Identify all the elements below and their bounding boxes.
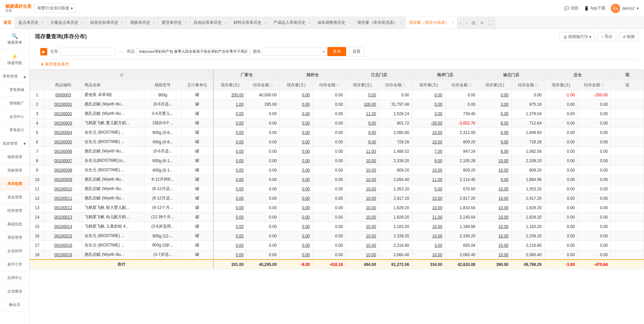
cell-seq: 5 xyxy=(30,128,45,137)
cell-code: 00100018 xyxy=(45,250,82,260)
tab-material-out[interactable]: 材料出库单历史 × xyxy=(230,17,270,29)
close-icon[interactable]: × xyxy=(264,21,266,25)
cell-fc-amt: 0.00 xyxy=(247,119,280,128)
refresh-button[interactable]: ↺ 刷新 xyxy=(619,32,639,41)
tab-demand[interactable]: 要货单历史 × xyxy=(158,17,190,29)
sidebar-item-guide[interactable]: 新手引导 xyxy=(0,258,29,271)
tab-expand[interactable]: ⛶ xyxy=(486,17,495,29)
info-icon[interactable]: ⓘ xyxy=(270,83,273,87)
cell-jb-amt: 1,829.20 xyxy=(379,203,412,213)
sidebar-item-finance[interactable]: 资金管理 xyxy=(0,191,29,204)
cell-na-qty: 0.00 xyxy=(412,100,445,109)
print-button[interactable]: 🖨 按模版打印 ▾ xyxy=(559,32,595,41)
cell-seq: 7 xyxy=(30,147,45,156)
info-icon[interactable]: ⓘ xyxy=(468,83,472,87)
cell-fc-qty: 0.00 xyxy=(213,156,247,166)
close-icon[interactable]: × xyxy=(121,21,123,25)
cell-jb-qty: 0.00 xyxy=(346,90,379,100)
settings-icon[interactable]: ⚙ xyxy=(120,73,123,78)
th-spec: 规格型号 xyxy=(144,80,181,90)
close-icon[interactable]: × xyxy=(81,21,83,25)
sidebar-item-quick-nav[interactable]: ⚡ 快捷导航 xyxy=(0,49,29,70)
query-button[interactable]: 查询 xyxy=(327,47,346,56)
info-icon[interactable]: ⓘ xyxy=(535,83,538,87)
cell-yb-amt: 1,082.56 xyxy=(511,147,544,156)
info-icon[interactable]: ⓘ xyxy=(336,83,339,87)
tab-product-in[interactable]: 产成品入库单历史 × xyxy=(270,17,314,29)
sidebar-item-marketing[interactable]: 营销推广 xyxy=(0,97,29,110)
tab-nav-more[interactable]: ⊞ xyxy=(470,17,478,29)
cell-cur xyxy=(611,194,644,203)
cell-jb-amt: 2,094.40 xyxy=(379,175,412,184)
sidebar-item-ops[interactable]: 经营管理 xyxy=(0,204,29,218)
sidebar-item-appstore[interactable]: 应用中心 xyxy=(0,271,29,285)
close-icon[interactable]: × xyxy=(153,21,155,25)
app-download-button[interactable]: 📱 App下载 xyxy=(584,5,605,11)
tab-nav-right[interactable]: › xyxy=(464,17,470,29)
tab-stock-status[interactable]: 现存量（库存状况表） × xyxy=(354,17,406,29)
sidebar-item-enterprise[interactable]: 企业协同 xyxy=(0,244,29,258)
cell-unit: 罐 xyxy=(181,194,214,203)
tab-other-out[interactable]: 其他出库单历史 × xyxy=(190,17,230,29)
tab-cost-adjust[interactable]: 成本调整单历史 × xyxy=(314,17,354,29)
color-input[interactable] xyxy=(262,48,329,56)
tab-home[interactable]: 首页 xyxy=(0,17,15,29)
cell-yb-amt: 1,379.04 xyxy=(511,109,544,119)
tab-close-all[interactable]: ✕ xyxy=(478,17,486,29)
tab-stock-dist[interactable]: 现存量（库存分布表） × xyxy=(406,17,458,29)
close-icon[interactable]: × xyxy=(224,21,226,25)
info-icon[interactable]: ⓘ xyxy=(601,83,604,87)
cell-jb-amt: 2,216.80 xyxy=(379,241,412,250)
close-icon[interactable]: × xyxy=(41,21,43,25)
cell-na-qty: 10.00 xyxy=(412,128,445,137)
table-container[interactable]: ⚙ 厂家仓 陆村仓 江北门店 南岸门店 渝北门店 总仓 现 商品编码 商品名称 xyxy=(30,70,644,324)
sidebar-item-retail-stats[interactable]: 零售统计 xyxy=(0,124,29,137)
sidebar-item-basic[interactable]: 基础信息 xyxy=(0,218,29,231)
cell-code: 00100012 xyxy=(45,203,82,213)
cell-lc-amt: 0.00 xyxy=(313,166,346,175)
tab-combo[interactable]: 组装折卸单历史 × xyxy=(87,17,127,29)
tab-split-spot[interactable]: 分量盘点单历史 × xyxy=(47,17,87,29)
sidebar-item-ecommerce[interactable]: 电商管理 xyxy=(0,150,29,164)
tab-adjust[interactable]: 调拨单历史 × xyxy=(127,17,159,29)
cell-unit: 罐 xyxy=(181,119,214,128)
store-selector[interactable]: 母婴行业演示陈套 ▾ xyxy=(34,4,76,13)
collapse-arrow-button[interactable]: ▶ xyxy=(40,48,47,55)
expand-conditions-button[interactable]: ▼ 展开更多条件 xyxy=(40,61,633,67)
cell-seq: 2 xyxy=(30,100,45,109)
chevron-down-icon: ▾ xyxy=(589,35,591,39)
sidebar-item-weixin[interactable]: 企业微信 xyxy=(0,285,29,298)
cell-jb-amt: 809.20 xyxy=(379,166,412,175)
close-icon[interactable]: × xyxy=(452,21,454,25)
sidebar-item-search[interactable]: 🔍 搜索英单 xyxy=(0,29,29,49)
user-menu[interactable]: Ea demo2 ▾ xyxy=(611,4,639,13)
sidebar-item-system[interactable]: 系统管理 xyxy=(0,231,29,244)
tab-spot-history[interactable]: 盘点单历史 × xyxy=(15,17,47,29)
goods-input[interactable] xyxy=(136,48,250,55)
info-icon[interactable]: ⓘ xyxy=(402,83,406,87)
sidebar-item-retail-mall[interactable]: 零售商城 xyxy=(0,83,29,97)
cell-yb-qty: 8.00 xyxy=(478,119,512,128)
cell-jb-qty: 10.00 xyxy=(346,156,379,166)
warehouse-input[interactable] xyxy=(59,48,116,56)
sidebar-item-member[interactable]: 会员中心 xyxy=(0,110,29,124)
export-button[interactable]: ↑ 导出 xyxy=(598,32,616,41)
warehouse-dots-button[interactable]: ··· xyxy=(117,49,124,55)
cell-yb-amt: 728.28 xyxy=(511,137,544,147)
tab-nav-left[interactable]: ‹ xyxy=(458,17,464,29)
sidebar-item-purchase[interactable]: 采购管理 xyxy=(0,164,29,177)
close-icon[interactable]: × xyxy=(400,21,402,25)
cell-yb-qty: 10.00 xyxy=(478,166,512,175)
cell-na-qty: 10.00 xyxy=(412,231,445,241)
close-icon[interactable]: × xyxy=(348,21,350,25)
setting-button[interactable]: 设置 xyxy=(349,47,364,56)
message-button[interactable]: 💬 消息 xyxy=(564,5,579,11)
cell-fc-qty: 0.00 xyxy=(213,222,247,231)
sidebar-item-inventory[interactable]: 库存核算 xyxy=(0,177,29,191)
close-icon[interactable]: × xyxy=(184,21,186,25)
close-icon[interactable]: × xyxy=(308,21,310,25)
sidebar-item-vip[interactable]: 畅会员 xyxy=(0,298,29,312)
sidebar-item-retail[interactable]: 零售管理 ▲ xyxy=(0,70,29,83)
sidebar-item-wholesale[interactable]: 批发管理 ▼ xyxy=(0,137,29,150)
total-fc-qty: 201.00 xyxy=(213,260,247,269)
